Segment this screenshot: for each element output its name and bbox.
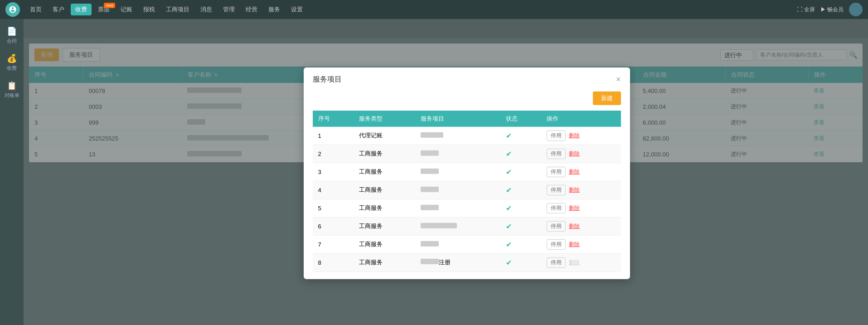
modal-cell-action: 停用 删除 bbox=[541, 253, 621, 272]
modal-toolbar: 新建 bbox=[304, 88, 630, 110]
modal-header: 服务项目 × bbox=[304, 67, 630, 88]
stop-button[interactable]: 停用 bbox=[547, 203, 566, 213]
sidebar-item-statement[interactable]: 📋 对账单 bbox=[1, 77, 23, 102]
modal-cell-action: 停用 删除 bbox=[541, 235, 621, 253]
modal-col-seq: 序号 bbox=[313, 110, 354, 126]
modal-cell-seq: 4 bbox=[313, 181, 354, 199]
modal-cell-seq: 2 bbox=[313, 145, 354, 163]
modal-body: 序号 服务类型 服务项目 状态 操作 1 代理记账 1 ✔ 停用 bbox=[304, 110, 630, 279]
modal-cell-seq: 8 bbox=[313, 253, 354, 272]
modal-col-item: 服务项目 bbox=[415, 110, 500, 126]
nav-service[interactable]: 服务 bbox=[264, 4, 285, 15]
statement-icon: 📋 bbox=[7, 81, 17, 91]
modal-cell-item bbox=[415, 181, 500, 199]
stop-button[interactable]: 停用 bbox=[547, 239, 566, 249]
modal-col-status: 状态 bbox=[500, 110, 541, 126]
modal-table-row: 8 工商服务 注册 ✔ 停用 删除 bbox=[313, 253, 621, 272]
nav-invoice[interactable]: 票据 new bbox=[93, 4, 114, 15]
sidebar-label-contract: 合同 bbox=[7, 38, 17, 44]
modal-cell-type: 工商服务 bbox=[354, 181, 416, 199]
modal-col-action: 操作 bbox=[541, 110, 621, 126]
nav-fee[interactable]: 收费 bbox=[71, 4, 92, 15]
modal-col-type: 服务类型 bbox=[354, 110, 416, 126]
modal-title: 服务项目 bbox=[313, 74, 342, 84]
stop-button[interactable]: 停用 bbox=[547, 257, 566, 267]
modal-close-button[interactable]: × bbox=[616, 75, 621, 83]
main-area: 新增 服务项目 进行中 已完成 已终止 🔍 序号 合同编码 ⇅ bbox=[24, 38, 868, 325]
modal-cell-type: 工商服务 bbox=[354, 235, 416, 253]
delete-button[interactable]: 删除 bbox=[569, 222, 580, 230]
stop-button[interactable]: 停用 bbox=[547, 148, 566, 159]
modal-cell-type: 工商服务 bbox=[354, 217, 416, 235]
modal-cell-type: 工商服务 bbox=[354, 145, 416, 163]
modal-cell-item bbox=[415, 217, 500, 235]
avatar[interactable] bbox=[849, 3, 863, 16]
app-logo bbox=[5, 2, 20, 17]
nav-customer[interactable]: 客户 bbox=[48, 4, 69, 15]
fullscreen-btn[interactable]: ⛶ 全屏 bbox=[797, 6, 815, 14]
modal-cell-item bbox=[415, 163, 500, 181]
modal-cell-status: ✔ bbox=[500, 163, 541, 181]
contract-icon: 📄 bbox=[7, 26, 17, 36]
delete-button[interactable]: 删除 bbox=[569, 240, 580, 248]
modal-table-row: 1 代理记账 1 ✔ 停用 删除 bbox=[313, 126, 621, 145]
stop-button[interactable]: 停用 bbox=[547, 221, 566, 231]
sidebar-item-fee[interactable]: 💰 收费 bbox=[1, 50, 23, 75]
new-badge: new bbox=[104, 3, 115, 8]
modal-cell-action: 停用 删除 bbox=[541, 126, 621, 145]
modal-cell-status: ✔ bbox=[500, 126, 541, 145]
delete-button[interactable]: 删除 bbox=[569, 150, 580, 157]
top-nav: 首页 客户 收费 票据 new 记账 报税 工商项目 消息 管理 经营 服务 设… bbox=[0, 0, 868, 19]
nav-operation[interactable]: 经营 bbox=[241, 4, 262, 15]
modal-cell-action: 停用 删除 bbox=[541, 145, 621, 163]
modal-table-row: 7 工商服务 ✔ 停用 删除 bbox=[313, 235, 621, 253]
nav-message[interactable]: 消息 bbox=[196, 4, 217, 15]
nav-bookkeeping[interactable]: 记账 bbox=[116, 4, 137, 15]
stop-button[interactable]: 停用 bbox=[547, 184, 566, 195]
modal-cell-seq: 3 bbox=[313, 163, 354, 181]
nav-business[interactable]: 工商项目 bbox=[161, 4, 194, 15]
delete-button[interactable]: 删除 bbox=[569, 168, 580, 175]
modal-table-row: 4 工商服务 ✔ 停用 删除 bbox=[313, 181, 621, 199]
modal-cell-action: 停用 删除 bbox=[541, 163, 621, 181]
modal-cell-type: 工商服务 bbox=[354, 253, 416, 272]
service-items-table: 序号 服务类型 服务项目 状态 操作 1 代理记账 1 ✔ 停用 bbox=[313, 110, 621, 272]
modal-table-row: 2 工商服务 ✔ 停用 删除 bbox=[313, 145, 621, 163]
sidebar-label-fee: 收费 bbox=[7, 65, 17, 72]
delete-button[interactable]: 删除 bbox=[569, 186, 580, 194]
modal-cell-status: ✔ bbox=[500, 235, 541, 253]
modal-cell-action: 停用 删除 bbox=[541, 199, 621, 217]
sidebar-label-statement: 对账单 bbox=[5, 92, 19, 99]
delete-button[interactable]: 删除 bbox=[569, 258, 580, 266]
member-btn[interactable]: ▶ 畅会员 bbox=[820, 6, 844, 14]
modal-cell-action: 停用 删除 bbox=[541, 181, 621, 199]
nav-home[interactable]: 首页 bbox=[25, 4, 46, 15]
modal-cell-item bbox=[415, 145, 500, 163]
modal-cell-status: ✔ bbox=[500, 199, 541, 217]
modal-cell-item bbox=[415, 199, 500, 217]
modal-table-row: 5 工商服务 ✔ 停用 删除 bbox=[313, 199, 621, 217]
sidebar: 📄 合同 💰 收费 📋 对账单 bbox=[0, 19, 24, 325]
nav-manage[interactable]: 管理 bbox=[218, 4, 239, 15]
delete-button[interactable]: 删除 bbox=[569, 131, 580, 139]
nav-right-area: ⛶ 全屏 ▶ 畅会员 bbox=[797, 3, 863, 16]
stop-button[interactable]: 停用 bbox=[547, 130, 566, 141]
modal-cell-type: 工商服务 bbox=[354, 163, 416, 181]
nav-settings[interactable]: 设置 bbox=[286, 4, 307, 15]
modal-cell-seq: 7 bbox=[313, 235, 354, 253]
modal-cell-status: ✔ bbox=[500, 217, 541, 235]
service-items-modal: 服务项目 × 新建 序号 服务类型 服务项目 状态 操作 bbox=[304, 67, 630, 279]
delete-button[interactable]: 删除 bbox=[569, 204, 580, 212]
sidebar-item-contract[interactable]: 📄 合同 bbox=[1, 23, 23, 48]
modal-cell-seq: 1 bbox=[313, 126, 354, 145]
modal-new-button[interactable]: 新建 bbox=[593, 91, 621, 105]
modal-cell-item bbox=[415, 235, 500, 253]
modal-cell-seq: 6 bbox=[313, 217, 354, 235]
modal-cell-status: ✔ bbox=[500, 145, 541, 163]
nav-tax[interactable]: 报税 bbox=[139, 4, 160, 15]
modal-cell-status: ✔ bbox=[500, 253, 541, 272]
modal-cell-type: 代理记账 bbox=[354, 126, 416, 145]
modal-cell-seq: 5 bbox=[313, 199, 354, 217]
modal-cell-item: 注册 bbox=[415, 253, 500, 272]
stop-button[interactable]: 停用 bbox=[547, 166, 566, 177]
